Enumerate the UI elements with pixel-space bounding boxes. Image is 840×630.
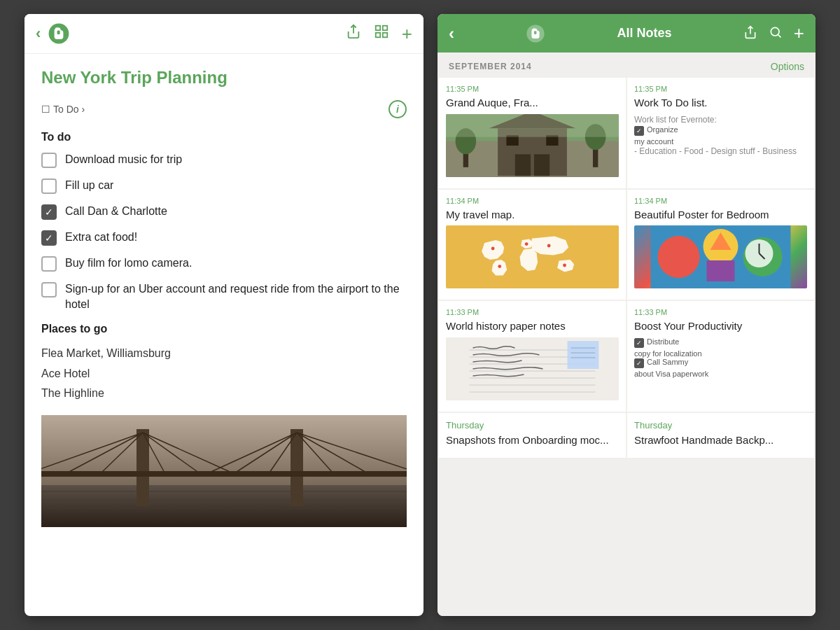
svg-rect-11 [41,471,407,477]
note-time-6: 11:33 PM [634,308,807,316]
note-time-4: 11:34 PM [634,197,807,205]
place-2: Ace Hotel [41,364,407,384]
svg-point-55 [547,244,551,248]
svg-rect-5 [383,33,387,37]
note-card-6[interactable]: 11:33 PM Boost Your Productivity ✓ Distr… [627,301,814,412]
check-item-distribute: ✓ Distribute [634,337,807,348]
left-header-right: + [346,23,412,45]
note-extra-text-2: - Education - Food - Design stuff - Busi… [634,146,807,158]
svg-point-54 [525,242,528,246]
places-section: Places to go Flea Market, Williamsburg A… [41,323,407,404]
note-title: New York Trip Planning [41,68,407,88]
breadcrumb-arrow: › [82,104,85,115]
note-card-title-4: Beautiful Poster for Bedroom [634,208,807,222]
right-header: ‹ All Notes [438,14,816,52]
small-checkbox-sammy[interactable]: ✓ [634,358,644,368]
add-button[interactable]: + [402,23,412,45]
todo-text-1: Download music for trip [65,152,182,167]
checkbox-4[interactable]: ✓ [41,230,57,246]
evernote-logo [48,22,70,45]
note-card-preview-2: Work list for Evernote: [634,114,807,126]
right-add-button[interactable]: + [794,22,804,44]
note-card-2[interactable]: 11:35 PM Work To Do list. Work list for … [627,78,814,188]
note-card-title-5: World history paper notes [446,319,619,333]
svg-point-1 [57,31,59,32]
todo-item-5: Buy film for lomo camera. [41,255,407,272]
todo-item-3: ✓ Call Dan & Charlotte [41,204,407,220]
left-header: ‹ [24,14,424,54]
places-list: Flea Market, Williamsburg Ace Hotel The … [41,344,407,404]
note-time-1: 11:35 PM [446,85,619,93]
place-1: Flea Market, Williamsburg [41,344,407,364]
svg-point-37 [771,27,779,36]
right-search-icon[interactable] [769,25,783,42]
notes-grid: 11:35 PM Grand Auque, Fra... [438,78,816,458]
note-card-4[interactable]: 11:34 PM Beautiful Poster for Bedroom [627,190,814,300]
todo-heading: To do [41,131,407,144]
note-time-8: Thursday [634,420,807,430]
copy-localization-text: copy for localization [634,349,807,358]
svg-point-57 [563,264,566,267]
app-container: ‹ [0,0,840,630]
note-card-title-8: Strawfoot Handmade Backp... [634,433,807,447]
todo-text-3: Call Dan & Charlotte [65,204,167,219]
note-card-3[interactable]: 11:34 PM My travel map. [439,190,626,300]
todo-item-1: Download music for trip [41,152,407,168]
svg-rect-33 [41,499,407,500]
place-3: The Highline [41,384,407,404]
note-card-title-7: Snapshots from Onboarding moc... [446,433,619,447]
info-button[interactable]: i [388,100,407,118]
svg-rect-51 [446,114,619,137]
my-account-text: my account [634,137,807,146]
back-button[interactable]: ‹ [36,24,41,43]
share-icon[interactable] [346,24,361,43]
svg-point-56 [498,265,502,268]
note-card-title-2: Work To Do list. [634,96,807,110]
note-thumbnail-barn [446,114,619,177]
note-card-7[interactable]: Thursday Snapshots from Onboarding moc..… [439,413,626,458]
month-header: SEPTEMBER 2014 Options [438,52,816,78]
note-card-title-1: Grand Auque, Fra... [446,96,619,110]
checkbox-6[interactable] [41,282,57,298]
note-card-8[interactable]: Thursday Strawfoot Handmade Backp... [627,413,814,458]
small-checkbox-organize[interactable]: ✓ [634,126,644,136]
note-thumbnail-poster [634,225,807,288]
svg-rect-43 [515,154,531,176]
right-header-title: All Notes [617,26,672,41]
breadcrumb: ☐ To Do › i [41,100,407,118]
options-button[interactable]: Options [771,61,804,72]
svg-rect-6 [376,33,380,37]
checkbox-2[interactable] [41,178,57,194]
small-checkbox-distribute[interactable]: ✓ [634,338,644,348]
note-thumbnail-map [446,225,619,288]
edit-icon[interactable] [374,24,389,43]
places-heading: Places to go [41,323,407,335]
left-content: New York Trip Planning ☐ To Do › i To do… [24,54,424,616]
note-time-3: 11:34 PM [446,197,619,205]
right-back-button[interactable]: ‹ [449,24,454,43]
note-card-5[interactable]: 11:33 PM World history paper notes [439,301,626,412]
checkbox-5[interactable] [41,256,57,272]
bridge-image [41,415,407,527]
note-time-2: 11:35 PM [634,85,807,93]
left-panel: ‹ [24,14,424,616]
svg-rect-10 [290,429,303,506]
visa-text: about Visa paperwork [634,370,807,378]
right-content: SEPTEMBER 2014 Options 11:35 PM Grand Au… [438,52,816,616]
checkbox-1[interactable] [41,153,57,168]
note-time-7: Thursday [446,420,619,430]
svg-rect-32 [41,491,407,492]
todo-text-5: Buy film for lomo camera. [65,255,192,271]
breadcrumb-icon: ☐ [41,104,50,115]
note-card-1[interactable]: 11:35 PM Grand Auque, Fra... [439,78,626,188]
note-card-title-3: My travel map. [446,208,619,222]
todo-item-4: ✓ Extra cat food! [41,230,407,246]
right-share-icon[interactable] [743,25,757,42]
svg-rect-3 [376,26,380,30]
note-thumbnail-paper [446,337,619,400]
todo-text-6: Sign-up for an Uber account and request … [65,281,407,313]
right-header-icons: + [743,22,804,44]
right-evernote-logo [526,24,545,43]
svg-point-53 [491,247,495,251]
checkbox-3[interactable]: ✓ [41,204,57,220]
